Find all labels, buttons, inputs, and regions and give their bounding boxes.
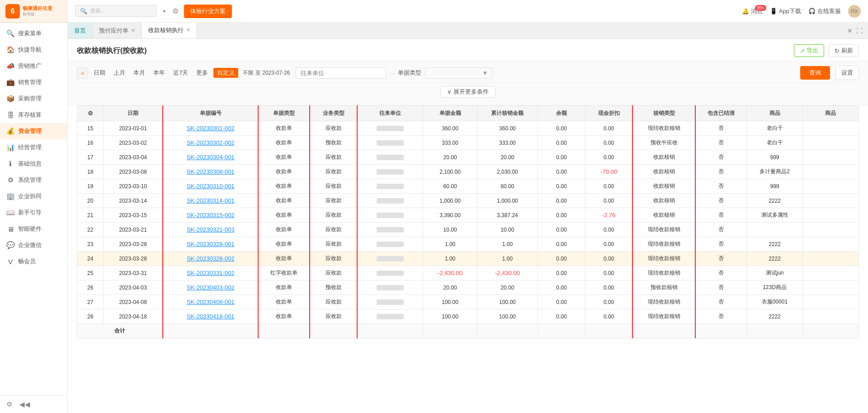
cell-date: 2023-03-21 [104, 223, 163, 237]
sidebar-bottom: ⚙ ◀◀ [0, 395, 67, 413]
refresh-button[interactable]: ↻ 刷新 [829, 44, 859, 57]
doc-link[interactable]: SK-20230301-002 [187, 125, 235, 132]
doc-link[interactable]: SK-20230403-002 [187, 284, 235, 291]
doc-link[interactable]: SK-20230321-003 [187, 226, 235, 233]
user-avatar[interactable]: Rit [848, 5, 861, 18]
table-row: 26 2023-04-03 SK-20230403-002 收款单 预收款 20… [77, 280, 859, 295]
sidebar-item-operation[interactable]: 📊经营管理 [0, 139, 67, 156]
cell-settled: 否 [695, 223, 747, 237]
th-goods2: 商品 [802, 106, 859, 121]
settings-icon[interactable]: ⚙ [6, 400, 12, 408]
cell-biz-type: 应收款 [310, 223, 357, 237]
cell-no: 27 [77, 295, 104, 309]
cell-date: 2023-04-18 [104, 309, 163, 324]
sidebar-item-guide[interactable]: 📖新手引导 [0, 204, 67, 221]
cell-doc-type: 收款单 [258, 237, 310, 252]
doc-link[interactable]: SK-20230331-002 [187, 270, 235, 276]
summary-writeoff-type [632, 324, 695, 338]
cell-goods1: 测试多属性 [747, 208, 803, 223]
sidebar-item-corp[interactable]: 🏢企业协同 [0, 188, 67, 204]
topbar-dropdown-icon[interactable]: ▼ [162, 9, 167, 14]
doc-link[interactable]: SK-20230328-002 [187, 255, 235, 262]
cell-goods1: 老白干 [747, 136, 803, 150]
system-icon: ⚙ [6, 176, 14, 184]
tab-home[interactable]: 首页 [68, 23, 93, 38]
collapse-icon[interactable]: ◀◀ [19, 400, 30, 408]
sidebar-item-shortcut[interactable]: 🏠快捷导航 [0, 42, 67, 58]
cell-goods1: 2222 [747, 309, 803, 324]
cell-doc-no: SK-20230308-001 [163, 165, 258, 179]
gear-icon[interactable]: ⚙ [172, 7, 179, 15]
tab-pre-payable[interactable]: 预付应付单✕ [93, 23, 142, 38]
filter-settings-button[interactable]: 设置 [835, 66, 859, 80]
doc-link[interactable]: SK-20230408-001 [187, 299, 235, 305]
doc-link[interactable]: SK-20230308-001 [187, 168, 235, 175]
date-this-month[interactable]: 本月 [131, 68, 148, 78]
cell-writeoff-type: 收款核销 [632, 150, 695, 165]
cell-doc-type: 收款单 [258, 252, 310, 266]
cell-settled: 否 [695, 237, 747, 252]
date-more[interactable]: 更多 [193, 68, 211, 78]
cell-cum-amount: -2,430.00 [477, 266, 538, 280]
filter-expand-button[interactable]: » [77, 67, 88, 79]
solution-button[interactable]: 体验行业方案 [184, 5, 232, 18]
sidebar-item-system[interactable]: ⚙系统管理 [0, 172, 67, 188]
sidebar-item-marketing[interactable]: 📣营销推广 [0, 58, 67, 74]
cell-doc-type: 收款单 [258, 280, 310, 295]
topbar-search[interactable]: 🔍 搜索... [75, 5, 156, 17]
tab-receipt-writeoff[interactable]: 收款核销执行✕ [142, 23, 197, 38]
cell-amount: 100.00 [423, 295, 477, 309]
sidebar-item-inventory[interactable]: 🗄库存核算 [0, 107, 67, 123]
summary-cum-amount [477, 324, 538, 338]
sidebar-item-search[interactable]: 🔍搜索菜单 [0, 25, 67, 42]
cell-unit [357, 194, 423, 208]
app-download-btn[interactable]: 📱 App下载 [770, 7, 801, 15]
doc-link[interactable]: SK-20230315-002 [187, 212, 235, 218]
cell-goods2 [802, 223, 859, 237]
doc-link[interactable]: SK-20230304-001 [187, 154, 235, 161]
doc-link[interactable]: SK-20230328-001 [187, 241, 235, 247]
data-table: ⚙ 日期 单据编号 单据类型 业务类型 往来单位 单据金额 累计核销金额 余额 … [77, 105, 859, 338]
cell-settled: 否 [695, 266, 747, 280]
doc-link[interactable]: SK-20230310-001 [187, 183, 235, 190]
cell-settled: 否 [695, 194, 747, 208]
cell-doc-type: 收款单 [258, 179, 310, 194]
cell-unit [357, 280, 423, 295]
tab-close-pre-payable[interactable]: ✕ [131, 28, 135, 33]
cell-no: 22 [77, 223, 104, 237]
online-service-btn[interactable]: 🎧 在线客服 [808, 7, 841, 15]
doc-link[interactable]: SK-20230418-001 [187, 313, 235, 320]
notification-btn[interactable]: 🔔 消息 99+ [742, 7, 763, 15]
tab-close-receipt-writeoff[interactable]: ✕ [186, 27, 190, 33]
sidebar-label-wechat: 企业微信 [18, 241, 42, 249]
export-button[interactable]: ↗ 导出 [794, 44, 824, 57]
close-all-icon[interactable]: ✕ [847, 27, 853, 34]
table-summary-row: 合计 [77, 324, 859, 338]
expand-more-button[interactable]: ∨ 展开更多条件 [440, 86, 495, 98]
chevron-down-icon: ∨ [447, 88, 452, 95]
th-settings[interactable]: ⚙ [77, 106, 104, 121]
doc-link[interactable]: SK-20230302-002 [187, 139, 235, 146]
sidebar-label-inventory: 库存核算 [18, 111, 42, 119]
sidebar-item-finance[interactable]: 💰资金管理 [0, 123, 67, 139]
sidebar-item-purchase[interactable]: 📦采购管理 [0, 90, 67, 107]
cell-balance: 0.00 [538, 208, 585, 223]
cell-unit [357, 309, 423, 324]
date-custom[interactable]: 自定义 [213, 68, 238, 78]
doc-type-select[interactable]: ▼ [425, 67, 493, 79]
sidebar-item-wechat[interactable]: 💬企业微信 [0, 237, 67, 253]
sidebar-item-basic[interactable]: ℹ基础信息 [0, 156, 67, 172]
doc-link[interactable]: SK-20230314-001 [187, 197, 235, 204]
query-button[interactable]: 查询 [800, 66, 830, 80]
table-row: 24 2023-03-28 SK-20230328-002 收款单 应收款 1.… [77, 252, 859, 266]
date-this-year[interactable]: 本年 [151, 68, 168, 78]
sidebar-item-sales[interactable]: 💼销售管理 [0, 74, 67, 90]
unit-input[interactable] [296, 67, 386, 79]
sidebar-item-hardware[interactable]: 🖥智能硬件 [0, 221, 67, 237]
sidebar-item-member[interactable]: V畅会员 [0, 253, 67, 270]
cell-amount: 3,390.00 [423, 208, 477, 223]
date-last-7days[interactable]: 近7天 [170, 68, 191, 78]
expand-icon[interactable]: ⛶ [856, 27, 863, 34]
date-last-month[interactable]: 上月 [111, 68, 128, 78]
marketing-icon: 📣 [6, 62, 14, 70]
